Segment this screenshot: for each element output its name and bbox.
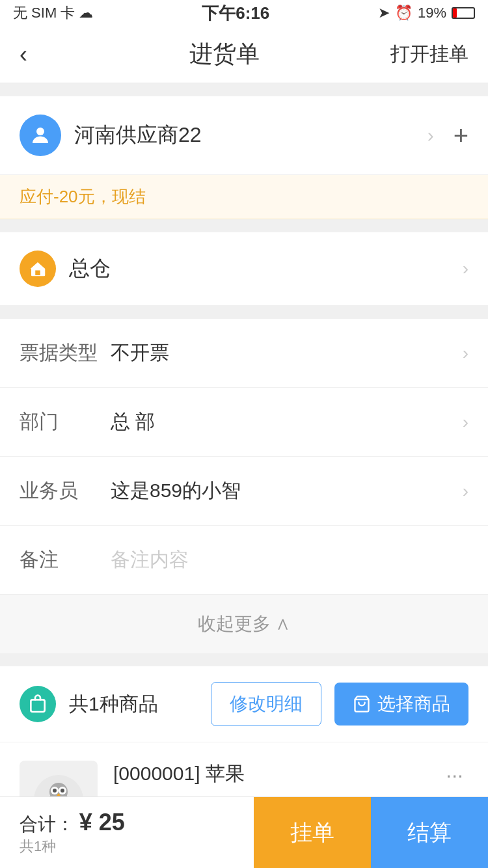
payment-notice: 应付-20元，现结 — [0, 175, 488, 219]
location-icon: ➤ — [378, 5, 390, 21]
select-products-label: 选择商品 — [377, 692, 450, 716]
footer-total: 合计： ¥ 25 共1种 — [0, 797, 254, 868]
ticket-type-row[interactable]: 票据类型 不开票 › — [0, 318, 488, 387]
product-name: [0000001] 苹果 — [113, 761, 425, 787]
total-count: 共1种 — [20, 837, 234, 856]
page-title: 进货单 — [189, 38, 260, 70]
warehouse-arrow-icon: › — [463, 258, 468, 279]
warehouse-icon — [20, 251, 56, 287]
shopping-bag-icon — [27, 694, 48, 714]
edit-details-button[interactable]: 修改明细 — [211, 682, 321, 726]
open-pending-button[interactable]: 打开挂单 — [390, 41, 468, 68]
status-left: 无 SIM 卡 ☁ — [13, 3, 93, 23]
products-header: 共1种商品 修改明细 选择商品 — [0, 666, 488, 742]
hang-order-button[interactable]: 挂单 — [254, 797, 371, 868]
person-icon — [29, 124, 52, 147]
status-right: ➤ ⏰ 19% — [378, 5, 475, 21]
products-icon — [20, 686, 56, 722]
status-time: 下午6:16 — [202, 2, 269, 25]
warehouse-section: 总仓 › — [0, 232, 488, 305]
ticket-type-value: 不开票 — [111, 340, 463, 366]
collapse-button[interactable]: 收起更多 ∧ — [0, 594, 488, 653]
battery-icon — [452, 7, 475, 19]
status-bar: 无 SIM 卡 ☁ 下午6:16 ➤ ⏰ 19% — [0, 0, 488, 26]
supplier-arrow-icon: › — [427, 124, 434, 146]
department-label: 部门 — [20, 409, 111, 435]
cart-icon — [353, 695, 371, 713]
remark-row[interactable]: 备注 备注内容 — [0, 525, 488, 594]
department-arrow: › — [463, 412, 468, 433]
house-icon — [28, 259, 47, 278]
salesperson-arrow: › — [463, 481, 468, 502]
supplier-name: 河南供应商22 — [74, 121, 427, 150]
supplier-avatar — [20, 115, 61, 156]
ticket-type-label: 票据类型 — [20, 340, 111, 366]
section-gap-2 — [0, 219, 488, 232]
svg-point-0 — [36, 128, 44, 135]
section-gap-1 — [0, 83, 488, 96]
salesperson-row[interactable]: 业务员 这是859的小智 › — [0, 456, 488, 525]
svg-point-10 — [61, 789, 64, 793]
back-button[interactable]: ‹ — [20, 41, 59, 68]
remark-placeholder[interactable]: 备注内容 — [111, 547, 468, 573]
footer: 合计： ¥ 25 共1种 挂单 结算 — [0, 796, 488, 868]
department-value: 总 部 — [111, 409, 463, 435]
product-more-button[interactable]: ··· — [441, 761, 468, 790]
svg-rect-2 — [31, 699, 44, 712]
total-row: 合计： ¥ 25 — [20, 809, 234, 837]
products-count: 共1种商品 — [69, 691, 198, 718]
total-label: 合计： — [20, 814, 74, 834]
department-row[interactable]: 部门 总 部 › — [0, 387, 488, 456]
section-gap-3 — [0, 305, 488, 318]
salesperson-label: 业务员 — [20, 478, 111, 504]
salesperson-value: 这是859的小智 — [111, 478, 463, 504]
sim-label: 无 SIM 卡 ☁ — [13, 3, 93, 23]
select-products-button[interactable]: 选择商品 — [334, 683, 468, 726]
supplier-row[interactable]: 河南供应商22 › + — [0, 96, 488, 175]
form-section: 票据类型 不开票 › 部门 总 部 › 业务员 这是859的小智 › 备注 备注… — [0, 318, 488, 653]
alarm-icon: ⏰ — [395, 5, 413, 21]
add-supplier-button[interactable]: + — [454, 121, 468, 150]
battery-label: 19% — [418, 5, 446, 21]
supplier-section: 河南供应商22 › + 应付-20元，现结 — [0, 96, 488, 219]
remark-label: 备注 — [20, 547, 111, 573]
svg-rect-1 — [35, 271, 40, 276]
total-amount: ¥ 25 — [79, 809, 125, 835]
svg-point-9 — [53, 789, 57, 793]
nav-bar: ‹ 进货单 打开挂单 — [0, 26, 488, 83]
warehouse-name: 总仓 — [69, 254, 463, 283]
warehouse-row[interactable]: 总仓 › — [0, 232, 488, 305]
checkout-button[interactable]: 结算 — [371, 797, 488, 868]
ticket-type-arrow: › — [463, 343, 468, 364]
